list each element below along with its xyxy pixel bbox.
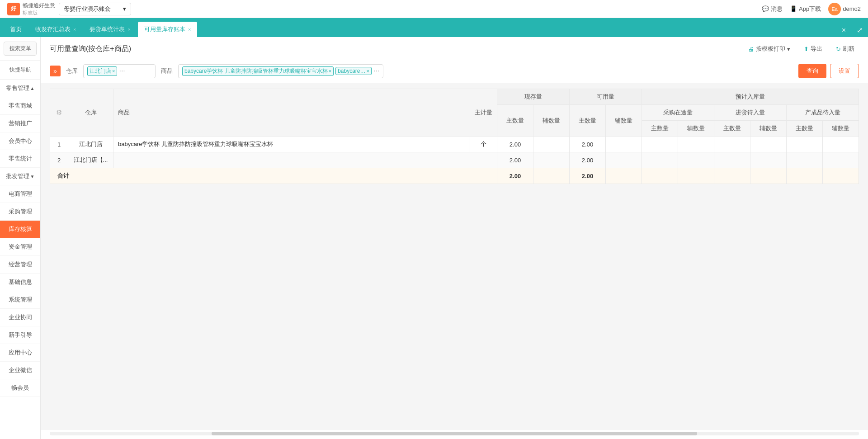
cell-no: 1 xyxy=(50,137,68,152)
tab-collect-summary[interactable]: 收发存汇总表 × xyxy=(29,22,82,37)
sidebar-item-marketing[interactable]: 营销推广 xyxy=(0,115,40,132)
product-label: 商品 xyxy=(161,67,173,75)
cell-stock-aux xyxy=(533,137,570,152)
col-header-avail-main: 主数量 xyxy=(570,105,606,137)
summary-stock-aux xyxy=(533,168,570,184)
sidebar-item-basic-info[interactable]: 基础信息 xyxy=(0,274,40,291)
expand-filter-button[interactable]: » xyxy=(50,66,61,76)
sidebar-item-member-center[interactable]: 会员中心 xyxy=(0,132,40,150)
export-button[interactable]: ⬆ 导出 xyxy=(799,42,827,55)
expand-tabs-button[interactable]: ⤢ xyxy=(851,23,868,37)
cell-incoming-main xyxy=(714,152,750,168)
product-tag-close-1[interactable]: × xyxy=(329,68,331,74)
tab-close-icon[interactable]: × xyxy=(127,27,130,32)
summary-stock-main: 2.00 xyxy=(497,168,533,184)
sidebar-item-app-center[interactable]: 应用中心 xyxy=(0,344,40,362)
brand-select[interactable]: 母婴行业演示账套 ▾ xyxy=(59,3,131,15)
sidebar-item-purchasing[interactable]: 采购管理 xyxy=(0,203,40,221)
query-button[interactable]: 查询 xyxy=(798,64,826,78)
cell-incoming-aux xyxy=(750,137,787,152)
cell-no: 2 xyxy=(50,152,68,168)
cell-product-aux xyxy=(823,137,859,152)
warehouse-tag-close[interactable]: × xyxy=(112,68,115,74)
sidebar-item-inventory[interactable]: 库存核算 xyxy=(0,221,40,238)
summary-avail-main: 2.00 xyxy=(570,168,606,184)
close-all-tabs-button[interactable]: × xyxy=(836,24,851,37)
warehouse-label: 仓库 xyxy=(66,67,78,75)
col-header-product-pending: 产成品待入量 xyxy=(787,105,859,121)
search-menu-section: 搜索菜单 xyxy=(0,37,40,61)
user-menu[interactable]: Ea demo2 xyxy=(828,3,861,15)
sidebar-item-operations[interactable]: 经营管理 xyxy=(0,256,40,274)
refresh-button[interactable]: ↻ 刷新 xyxy=(831,42,859,55)
sidebar-item-wholesale-management[interactable]: 批发管理 ▼ xyxy=(0,168,40,185)
col-header-purchase-main: 主数量 xyxy=(642,121,678,137)
top-bar-left: 好 畅捷通好生意 标准版 母婴行业演示账套 ▾ xyxy=(7,2,131,16)
chevron-down-icon: ▾ xyxy=(787,46,790,52)
sidebar-item-retail-stats[interactable]: 零售统计 xyxy=(0,150,40,168)
sidebar-item-enterprise-wechat[interactable]: 企业微信 xyxy=(0,362,40,379)
sidebar-item-enterprise-collab[interactable]: 企业协同 xyxy=(0,309,40,326)
cell-warehouse: 江北门店 xyxy=(68,137,113,152)
page-title: 可用量查询(按仓库+商品) xyxy=(50,44,131,54)
warehouse-more-icon[interactable]: ··· xyxy=(119,67,125,75)
cell-purchase-aux xyxy=(678,152,714,168)
quick-nav-button[interactable]: 快捷导航 xyxy=(4,64,37,76)
col-header-incoming-aux: 辅数量 xyxy=(750,121,787,137)
cell-purchase-main xyxy=(642,137,678,152)
quick-nav-section: 快捷导航 xyxy=(0,61,40,80)
summary-incoming-aux xyxy=(750,168,787,184)
filter-actions: 查询 设置 xyxy=(798,64,859,78)
sidebar-item-new-guide[interactable]: 新手引导 xyxy=(0,326,40,344)
page-header: 可用量查询(按仓库+商品) 🖨 按模板打印 ▾ ⬆ 导出 ↻ 刷新 xyxy=(41,37,868,59)
product-filter-input[interactable]: babycare学饮杯 儿童防摔防撞吸管杯重力球吸嘴杯宝宝水杯 × babyca… xyxy=(178,64,383,78)
print-button[interactable]: 🖨 按模板打印 ▾ xyxy=(744,42,795,55)
sidebar-item-retail-mall[interactable]: 零售商城 xyxy=(0,97,40,115)
print-icon: 🖨 xyxy=(748,46,754,52)
gear-icon[interactable]: ⚙ xyxy=(56,109,62,116)
cell-unit: 个 xyxy=(470,137,497,152)
col-header-product-main: 主数量 xyxy=(787,121,823,137)
sidebar-item-retail-management[interactable]: 零售管理 ▲ xyxy=(0,80,40,97)
summary-label: 合计 xyxy=(50,168,497,184)
cell-unit xyxy=(470,152,497,168)
product-more-icon[interactable]: ··· xyxy=(373,67,379,75)
cell-product-main xyxy=(787,137,823,152)
sidebar-item-member[interactable]: 畅会员 xyxy=(0,379,40,397)
sidebar-item-ecommerce[interactable]: 电商管理 xyxy=(0,185,40,203)
cell-warehouse: 江北门店【... xyxy=(68,152,113,168)
col-header-purchase-transit: 采购在途量 xyxy=(642,105,714,121)
col-header-gear: ⚙ xyxy=(50,89,68,137)
tab-home[interactable]: 首页 xyxy=(4,22,28,37)
col-header-purchase-aux: 辅数量 xyxy=(678,121,714,137)
top-bar-right: 💬 消息 📱 App下载 Ea demo2 xyxy=(762,3,861,15)
tab-close-icon[interactable]: × xyxy=(73,27,76,32)
tab-end-actions: × ⤢ xyxy=(836,23,868,37)
cell-incoming-main xyxy=(714,137,750,152)
data-table: ⚙ 仓库 商品 主计量 现存量 可用量 预计入库量 主数量 辅数量 主数量 辅数… xyxy=(50,89,859,184)
tab-close-icon[interactable]: × xyxy=(188,27,191,32)
product-tag-2: babycare… × xyxy=(335,67,372,75)
settings-button[interactable]: 设置 xyxy=(830,64,859,78)
product-tag-close-2[interactable]: × xyxy=(367,68,369,74)
search-menu-button[interactable]: 搜索菜单 xyxy=(4,42,37,56)
col-header-product: 商品 xyxy=(113,89,470,137)
table-wrapper: ⚙ 仓库 商品 主计量 现存量 可用量 预计入库量 主数量 辅数量 主数量 辅数… xyxy=(41,83,868,430)
tab-order-stats[interactable]: 要货单统计表 × xyxy=(83,22,137,37)
sidebar-item-finance[interactable]: 资金管理 xyxy=(0,238,40,256)
scrollbar-thumb[interactable] xyxy=(212,432,697,435)
warehouse-filter-input[interactable]: 江北门店 × ··· xyxy=(83,64,156,78)
col-header-incoming-main: 主数量 xyxy=(714,121,750,137)
table-row: 1 江北门店 babycare学饮杯 儿童防摔防撞吸管杯重力球吸嘴杯宝宝水杯 个… xyxy=(50,137,859,152)
message-button[interactable]: 💬 消息 xyxy=(762,5,783,13)
page-actions: 🖨 按模板打印 ▾ ⬆ 导出 ↻ 刷新 xyxy=(744,42,859,55)
product-tag-1: babycare学饮杯 儿童防摔防撞吸管杯重力球吸嘴杯宝宝水杯 × xyxy=(182,66,334,76)
tab-available-stock[interactable]: 可用量库存账本 × xyxy=(138,22,197,37)
filter-bar: » 仓库 江北门店 × ··· 商品 babycare学饮杯 儿童防摔防撞吸管杯… xyxy=(41,59,868,83)
app-download-button[interactable]: 📱 App下载 xyxy=(790,5,821,13)
summary-incoming-main xyxy=(714,168,750,184)
refresh-icon: ↻ xyxy=(836,46,841,52)
logo-text: 畅捷通好生意 标准版 xyxy=(23,2,55,16)
cell-avail-main: 2.00 xyxy=(570,137,606,152)
sidebar-item-system[interactable]: 系统管理 xyxy=(0,291,40,309)
